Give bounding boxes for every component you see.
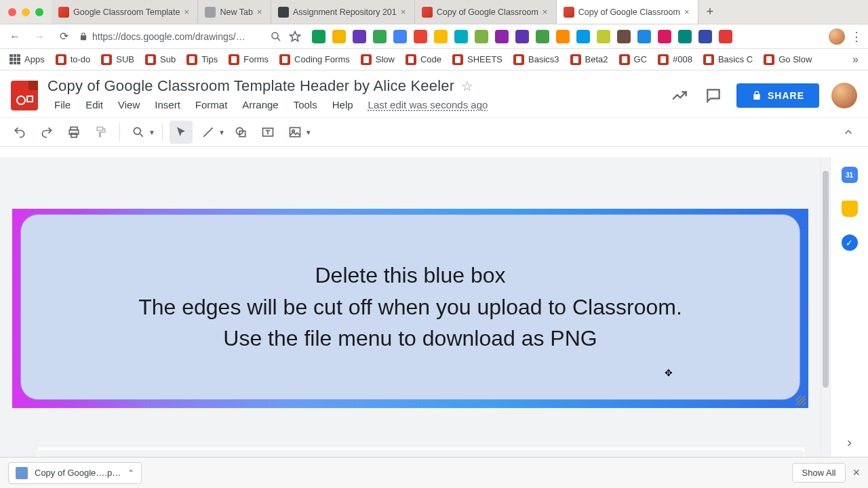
zoom-icon[interactable] xyxy=(270,30,282,43)
textbox-tool-button[interactable] xyxy=(256,121,279,144)
chevron-up-icon[interactable]: ⌃ xyxy=(127,468,134,478)
vertical-scrollbar[interactable] xyxy=(821,157,830,457)
activity-icon[interactable] xyxy=(669,85,690,106)
new-tab-button[interactable]: + xyxy=(698,0,722,24)
extension-icon[interactable] xyxy=(373,30,387,43)
bookmark-item[interactable]: Sub xyxy=(141,52,180,68)
menu-help[interactable]: Help xyxy=(326,96,360,113)
drawing-canvas[interactable]: Delete this blue box The edges will be c… xyxy=(12,209,808,408)
browser-tab[interactable]: Assignment Repository 201 × xyxy=(271,0,415,24)
close-shelf-icon[interactable]: × xyxy=(852,466,860,480)
collapse-toolbar-icon[interactable] xyxy=(837,121,860,144)
extension-icon[interactable] xyxy=(434,30,448,43)
calendar-icon[interactable] xyxy=(842,167,858,183)
browser-menu-icon[interactable]: ⋮ xyxy=(850,29,863,44)
extension-icon[interactable] xyxy=(312,30,326,43)
scrollbar-thumb[interactable] xyxy=(823,171,829,388)
redo-button[interactable] xyxy=(35,121,58,144)
extension-icon[interactable] xyxy=(536,30,549,43)
bookmark-item[interactable]: Forms xyxy=(224,52,273,68)
drawings-logo-icon[interactable] xyxy=(11,81,38,110)
bookmarks-overflow-icon[interactable]: » xyxy=(848,54,863,66)
back-button[interactable]: ← xyxy=(5,27,24,46)
share-button[interactable]: SHARE xyxy=(736,83,819,108)
menu-insert[interactable]: Insert xyxy=(148,96,187,113)
canvas-resize-handle-icon[interactable] xyxy=(796,396,806,405)
download-item[interactable]: Copy of Google….p… ⌃ xyxy=(8,462,142,484)
bookmark-item[interactable]: to-do xyxy=(52,52,95,68)
bookmark-item[interactable]: SHEETS xyxy=(448,52,507,68)
extension-icon[interactable] xyxy=(617,30,631,43)
canvas-area[interactable]: Delete this blue box The edges will be c… xyxy=(0,157,821,457)
fullscreen-window-icon[interactable] xyxy=(35,8,43,16)
close-tab-icon[interactable]: × xyxy=(684,9,691,16)
bookmark-item[interactable]: Tips xyxy=(182,52,222,68)
bookmark-item[interactable]: #008 xyxy=(654,52,696,68)
browser-tab[interactable]: Copy of Google Classroom × xyxy=(415,0,557,24)
minimize-window-icon[interactable] xyxy=(22,8,30,16)
select-tool-button[interactable] xyxy=(170,121,193,144)
document-title[interactable]: Copy of Google Classroom Template Header… xyxy=(47,77,454,95)
line-tool-dropdown[interactable]: ▼ xyxy=(197,121,225,144)
paint-format-button[interactable] xyxy=(90,121,113,144)
extension-icon[interactable] xyxy=(393,30,407,43)
reload-button[interactable]: ⟳ xyxy=(54,27,73,46)
extension-icon[interactable] xyxy=(658,30,671,43)
close-tab-icon[interactable]: × xyxy=(542,9,549,16)
address-bar[interactable]: https://docs.google.com/drawings/… xyxy=(79,31,262,42)
shape-tool-button[interactable] xyxy=(229,121,252,144)
last-edit-label[interactable]: Last edit was seconds ago xyxy=(368,99,488,110)
extension-icon[interactable] xyxy=(637,30,651,43)
bookmark-item[interactable]: Go Slow xyxy=(760,52,816,68)
forward-button[interactable]: → xyxy=(30,27,49,46)
bookmark-item[interactable]: Basics C xyxy=(699,52,757,68)
show-all-downloads-button[interactable]: Show All xyxy=(792,463,846,483)
extension-icon[interactable] xyxy=(332,30,346,43)
menu-arrange[interactable]: Arrange xyxy=(235,96,285,113)
star-icon[interactable] xyxy=(289,30,301,43)
horizontal-scrollbar[interactable] xyxy=(38,447,804,457)
menu-edit[interactable]: Edit xyxy=(79,96,110,113)
sidepanel-expand-icon[interactable]: › xyxy=(847,434,852,450)
tasks-icon[interactable] xyxy=(842,235,858,251)
menu-file[interactable]: File xyxy=(47,96,77,113)
close-tab-icon[interactable]: × xyxy=(184,9,191,16)
extension-icon[interactable] xyxy=(678,30,692,43)
extension-icon[interactable] xyxy=(475,30,488,43)
comments-icon[interactable] xyxy=(703,85,724,106)
extension-icon[interactable] xyxy=(576,30,590,43)
blue-instruction-box[interactable]: Delete this blue box The edges will be c… xyxy=(20,214,800,400)
extension-icon[interactable] xyxy=(556,30,570,43)
image-tool-dropdown[interactable]: ▼ xyxy=(283,121,312,144)
apps-button[interactable]: Apps xyxy=(5,52,49,68)
extension-icon[interactable] xyxy=(495,30,509,43)
bookmark-item[interactable]: Slow xyxy=(357,52,399,68)
profile-avatar-icon[interactable] xyxy=(829,28,845,45)
extension-icon[interactable] xyxy=(515,30,529,43)
bookmark-item[interactable]: Beta2 xyxy=(566,52,612,68)
zoom-dropdown[interactable]: ▼ xyxy=(127,121,155,144)
bookmark-item[interactable]: Basics3 xyxy=(509,52,564,68)
extension-icon[interactable] xyxy=(414,30,427,43)
close-window-icon[interactable] xyxy=(8,8,16,16)
extension-icon[interactable] xyxy=(698,30,712,43)
star-icon[interactable]: ☆ xyxy=(461,78,473,94)
browser-tab-active[interactable]: Copy of Google Classroom × xyxy=(557,0,698,24)
bookmark-item[interactable]: Coding Forms xyxy=(275,52,354,68)
keep-icon[interactable] xyxy=(842,201,858,217)
close-tab-icon[interactable]: × xyxy=(401,9,408,16)
bookmark-item[interactable]: Code xyxy=(401,52,446,68)
browser-tab[interactable]: New Tab × xyxy=(198,0,271,24)
extension-icon[interactable] xyxy=(719,30,732,43)
extension-icon[interactable] xyxy=(454,30,468,43)
bookmark-item[interactable]: SUB xyxy=(97,52,138,68)
extension-icon[interactable] xyxy=(597,30,610,43)
print-button[interactable] xyxy=(62,121,85,144)
menu-format[interactable]: Format xyxy=(189,96,235,113)
extension-icon[interactable] xyxy=(353,30,366,43)
bookmark-item[interactable]: GC xyxy=(615,52,652,68)
account-avatar-icon[interactable] xyxy=(831,83,857,108)
undo-button[interactable] xyxy=(8,121,31,144)
menu-view[interactable]: View xyxy=(111,96,146,113)
menu-tools[interactable]: Tools xyxy=(287,96,324,113)
